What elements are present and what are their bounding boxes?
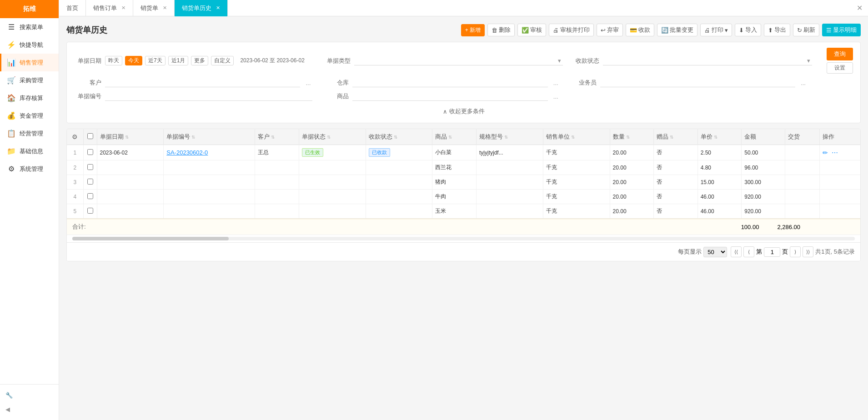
row-checkbox[interactable] [87,164,93,170]
filter-doctype-select-wrapper[interactable] [354,56,563,65]
th-price[interactable]: 单价 ⇅ [697,129,742,145]
page-input[interactable] [764,247,780,257]
sidebar-footer-settings[interactable]: 🔧 [0,388,59,402]
import-button[interactable]: ⬇ 导入 [735,24,761,36]
filter-docno-input[interactable] [105,92,312,101]
row-doc-no[interactable] [164,160,255,175]
sidebar-footer-collapse[interactable]: ◀ [0,402,59,416]
select-all-checkbox[interactable] [87,133,93,139]
row-doc-date [97,175,164,190]
sidebar-item-purchase-mgmt[interactable]: 🛒 采购管理 [0,71,59,89]
date-btn-1month[interactable]: 近1月 [168,56,189,65]
doc-no-link[interactable]: SA-20230602-0 [166,149,208,156]
th-unit[interactable]: 销售单位 ⇅ [543,129,610,145]
query-button[interactable]: 查询 [827,48,853,60]
filter-collect-select[interactable] [603,56,812,65]
th-amount[interactable]: 金额 [742,129,785,145]
last-page-button[interactable]: ⟩⟩ [803,246,813,257]
warehouse-ellipsis[interactable]: ... [552,80,560,86]
th-doc-status[interactable]: 单据状态 ⇅ [299,129,366,145]
sidebar-item-inventory[interactable]: 🏠 库存核算 [0,89,59,107]
th-collect-status[interactable]: 收款状态 ⇅ [366,129,432,145]
row-checkbox-cell[interactable] [83,160,97,175]
th-spec[interactable]: 规格型号 ⇅ [476,129,543,145]
date-btn-today[interactable]: 今天 [125,56,142,65]
th-customer[interactable]: 客户 ⇅ [255,129,299,145]
tab-home[interactable]: 首页 [59,0,86,16]
sidebar-item-quick-nav[interactable]: ⚡ 快捷导航 [0,36,59,54]
date-btn-more[interactable]: 更多 [191,56,208,65]
refresh-button[interactable]: ↻ 刷新 [793,24,819,36]
collect-button[interactable]: 💳 收款 [626,24,654,36]
filter-salesperson-input[interactable] [600,78,795,87]
product-ellipsis[interactable]: ... [552,93,560,100]
more-icon[interactable]: ⋯ [832,149,838,156]
th-qty[interactable]: 数量 ⇅ [610,129,654,145]
tab-sales-order[interactable]: 销售订单 ✕ [86,0,133,16]
filter-doctype-item: 单据类型 [323,56,563,65]
th-product[interactable]: 商品 ⇅ [432,129,477,145]
th-product-label: 商品 [435,133,447,141]
tab-sales-delivery-close[interactable]: ✕ [163,5,167,11]
prev-page-button[interactable]: ⟨ [743,246,754,257]
sidebar-item-sales-mgmt[interactable]: 📊 销售管理 [0,54,59,71]
row-checkbox-cell[interactable] [83,190,97,204]
abandon-button[interactable]: ↩ 弃审 [597,24,623,36]
delete-button[interactable]: 🗑 删除 [487,24,515,36]
sidebar-item-sys-mgmt[interactable]: ⚙ 系统管理 [0,160,59,178]
sidebar-item-basic-info[interactable]: 📁 基础信息 [0,142,59,160]
tab-sales-history-close[interactable]: ✕ [216,5,220,11]
th-doc-date[interactable]: 单据日期 ⇅ [97,129,164,145]
row-checkbox[interactable] [87,179,93,185]
salesperson-ellipsis[interactable]: ... [799,80,808,86]
next-page-button[interactable]: ⟩ [790,246,801,257]
edit-icon[interactable]: ✏ [823,149,828,156]
filter-doctype-select[interactable] [354,56,563,65]
table-settings-icon[interactable]: ⚙ [72,133,78,140]
row-checkbox-cell[interactable] [83,175,97,190]
tab-sales-history[interactable]: 销货单历史 ✕ [175,0,228,16]
tab-sales-order-close[interactable]: ✕ [121,5,125,11]
tab-close-all[interactable]: ✕ [851,4,868,12]
th-gift[interactable]: 赠品 ⇅ [654,129,698,145]
filter-product-input[interactable] [352,92,547,101]
new-button[interactable]: + 新增 [461,24,485,36]
filter-warehouse-input[interactable] [352,78,547,87]
row-customer [255,160,299,175]
row-doc-no[interactable] [164,190,255,204]
tab-sales-delivery[interactable]: 销货单 ✕ [133,0,175,16]
date-btn-yesterday[interactable]: 昨天 [105,56,122,65]
audit-print-button[interactable]: 🖨 审核并打印 [549,24,594,36]
print-button[interactable]: 🖨 打印 ▾ [700,24,732,36]
audit-button[interactable]: ✅ 审核 [517,24,546,36]
row-doc-no[interactable]: SA-20230602-0 [164,145,255,160]
row-checkbox[interactable] [87,208,93,214]
row-checkbox-cell[interactable] [83,145,97,160]
row-doc-no[interactable] [164,204,255,219]
th-doc-no[interactable]: 单据编号 ⇅ [164,129,255,145]
batch-change-button[interactable]: 🔄 批量变更 [657,24,697,36]
scroll-track[interactable] [72,237,855,240]
collapse-button[interactable]: ∧ 收起更多条件 [441,105,487,117]
sidebar-item-search-menu[interactable]: ☰ 搜索菜单 [0,18,59,36]
sidebar-item-operations[interactable]: 📋 经营管理 [0,125,59,142]
date-btn-custom[interactable]: 自定义 [211,56,234,65]
row-doc-date [97,204,164,219]
show-details-button[interactable]: ☰ 显示明细 [822,24,861,36]
first-page-button[interactable]: ⟨⟨ [731,246,742,257]
row-checkbox[interactable] [87,193,93,199]
row-checkbox[interactable] [87,149,93,155]
row-doc-no[interactable] [164,175,255,190]
filter-collect-select-wrapper[interactable] [603,56,812,65]
filter-customer-input[interactable] [105,78,300,87]
date-btn-7days[interactable]: 近7天 [145,56,166,65]
scroll-thumb[interactable] [72,237,229,240]
customer-ellipsis[interactable]: ... [304,80,312,86]
per-page-select[interactable]: 50 100 200 [703,247,727,257]
th-settings[interactable]: ⚙ [67,129,83,145]
setting-button[interactable]: 设置 [827,62,853,74]
export-button[interactable]: ⬆ 导出 [764,24,790,36]
row-checkbox-cell[interactable] [83,204,97,219]
sidebar-item-finance[interactable]: 💰 资金管理 [0,107,59,125]
th-checkbox[interactable] [83,129,97,145]
